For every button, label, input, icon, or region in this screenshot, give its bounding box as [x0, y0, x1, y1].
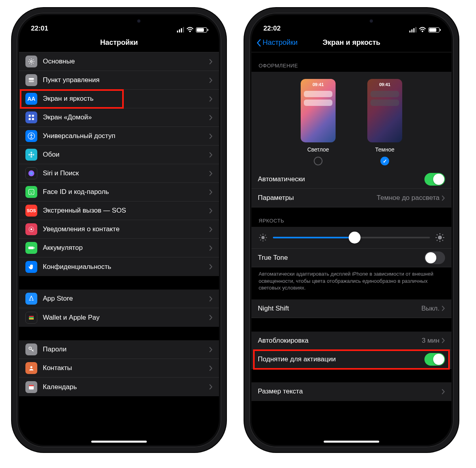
settings-row-face[interactable]: Face ID и код-пароль: [19, 183, 219, 201]
radio-unchecked-icon[interactable]: [314, 157, 322, 165]
bell-icon: [25, 223, 37, 235]
settings-row-sos[interactable]: SOSЭкстренный вызов — SOS: [19, 201, 219, 220]
svg-line-36: [265, 240, 266, 240]
svg-rect-2: [29, 81, 34, 82]
svg-point-27: [30, 366, 32, 368]
options-label: Параметры: [258, 194, 377, 202]
appearance-option-light[interactable]: 09:41 Светлое: [301, 79, 336, 165]
row-label: Экран и яркость: [43, 95, 209, 103]
page-title: Экран и яркость: [322, 38, 380, 47]
status-right: [409, 27, 440, 33]
nightshift-value: Выкл.: [421, 305, 440, 313]
settings-row-hand[interactable]: Конфиденциальность: [19, 257, 219, 276]
settings-list[interactable]: ОсновныеПункт управленияAAЭкран и яркост…: [19, 52, 219, 441]
svg-line-35: [260, 235, 261, 236]
battery-icon: [428, 27, 440, 33]
svg-point-11: [31, 156, 33, 158]
chevron-right-icon: [442, 306, 445, 311]
wifi-icon: [186, 27, 194, 33]
autolock-label: Автоблокировка: [258, 337, 422, 345]
appearance-picker: 09:41 Светлое 09:41 Темное: [251, 72, 451, 170]
hand-icon: [25, 261, 37, 273]
svg-rect-5: [29, 118, 31, 120]
row-options[interactable]: Параметры Темное до рассвета: [251, 189, 451, 207]
nav-header: Настройки Экран и яркость: [251, 33, 451, 52]
textsize-label: Размер текста: [258, 387, 442, 395]
raise-toggle[interactable]: [424, 353, 445, 366]
chevron-right-icon: [209, 208, 213, 213]
settings-row-wallet[interactable]: Wallet и Apple Pay: [19, 308, 219, 327]
settings-row-key[interactable]: Пароли: [19, 340, 219, 359]
settings-row-access[interactable]: Универсальный доступ: [19, 127, 219, 146]
display-settings[interactable]: ОФОРМЛЕНИЕ 09:41 Светлое 09:41 Темное: [251, 52, 451, 441]
row-label: Уведомления о контакте: [43, 225, 209, 233]
access-icon: [25, 130, 37, 142]
settings-row-calendar[interactable]: Календарь: [19, 378, 219, 396]
dark-label: Темное: [375, 146, 394, 153]
cellular-icon: [177, 27, 184, 33]
back-button[interactable]: Настройки: [256, 38, 298, 47]
svg-line-37: [260, 240, 261, 240]
settings-row-bell[interactable]: Уведомления о контакте: [19, 220, 219, 239]
svg-rect-25: [29, 318, 34, 319]
settings-row-appstore[interactable]: App Store: [19, 290, 219, 308]
settings-row-contacts[interactable]: Контакты: [19, 359, 219, 378]
row-automatic: Автоматически: [251, 170, 451, 189]
key-icon: [25, 343, 37, 355]
chevron-right-icon: [209, 190, 213, 195]
truetone-toggle[interactable]: [424, 251, 445, 264]
svg-rect-23: [29, 316, 34, 317]
svg-point-9: [31, 154, 33, 156]
siri-icon: [25, 167, 37, 179]
settings-row-gear[interactable]: Основные: [19, 52, 219, 71]
nav-header: Настройки: [19, 33, 219, 52]
row-label: App Store: [43, 295, 209, 303]
svg-line-45: [442, 240, 443, 241]
row-label: Контакты: [43, 364, 209, 372]
home-indicator[interactable]: [324, 441, 379, 443]
phone-right: 22:02 Настройки Экран и яркость ОФОРМЛЕН…: [244, 8, 459, 452]
automatic-label: Автоматически: [258, 175, 424, 183]
notch: [308, 15, 395, 27]
row-textsize[interactable]: Размер текста: [251, 382, 451, 401]
svg-rect-15: [29, 189, 34, 195]
home-indicator[interactable]: [91, 441, 147, 443]
settings-row-switch[interactable]: Пункт управления: [19, 71, 219, 90]
svg-point-14: [29, 171, 35, 176]
chevron-right-icon: [209, 366, 213, 371]
settings-row-flower[interactable]: Обои: [19, 146, 219, 164]
settings-row-battery[interactable]: Аккумулятор: [19, 239, 219, 257]
radio-checked-icon[interactable]: [380, 157, 389, 165]
row-label: Siri и Поиск: [43, 169, 209, 177]
status-time: 22:01: [31, 25, 48, 33]
appearance-option-dark[interactable]: 09:41 Темное: [367, 79, 402, 165]
svg-point-8: [31, 134, 32, 135]
status-right: [177, 27, 207, 33]
options-value: Темное до рассвета: [377, 194, 440, 202]
raise-label: Поднятие для активации: [258, 355, 424, 363]
back-label: Настройки: [263, 38, 298, 47]
nightshift-label: Night Shift: [258, 305, 421, 313]
chevron-right-icon: [209, 134, 213, 139]
row-nightshift[interactable]: Night Shift Выкл.: [251, 299, 451, 318]
svg-line-38: [265, 235, 266, 236]
svg-line-44: [437, 234, 438, 235]
settings-row-grid[interactable]: Экран «Домой»: [19, 108, 219, 127]
svg-point-10: [31, 152, 33, 154]
row-label: Экран «Домой»: [43, 113, 209, 121]
row-autolock[interactable]: Автоблокировка 3 мин: [251, 332, 451, 350]
row-label: Обои: [43, 151, 209, 159]
face-icon: [25, 186, 37, 198]
brightness-slider[interactable]: [273, 232, 430, 244]
status-time: 22:02: [263, 25, 280, 33]
settings-row-aa[interactable]: AAЭкран и яркость: [19, 90, 219, 108]
svg-rect-24: [29, 317, 34, 318]
dark-preview-icon: 09:41: [367, 79, 402, 142]
automatic-toggle[interactable]: [424, 173, 445, 186]
settings-row-siri[interactable]: Siri и Поиск: [19, 164, 219, 183]
sos-icon: SOS: [25, 205, 37, 217]
svg-point-16: [30, 191, 31, 192]
svg-point-19: [31, 228, 33, 230]
chevron-right-icon: [209, 227, 213, 232]
row-label: Экстренный вызов — SOS: [43, 207, 209, 215]
